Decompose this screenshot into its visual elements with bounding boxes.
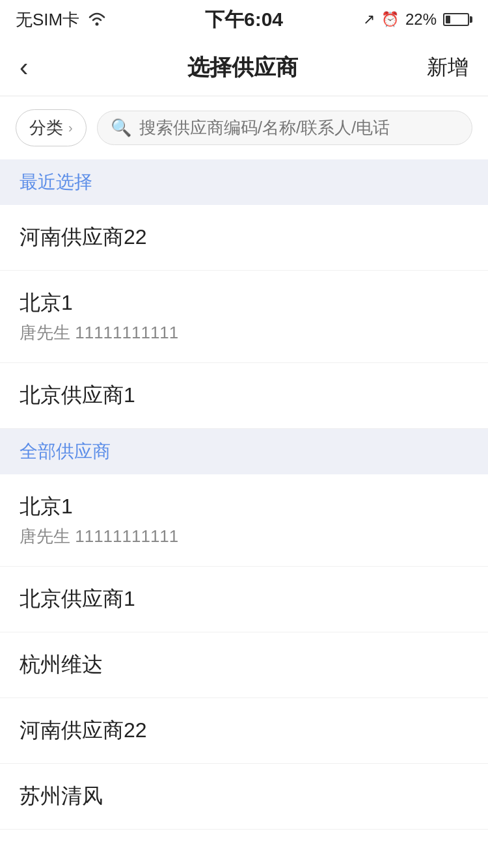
all-section-label: 全部供应商 — [20, 441, 111, 461]
list-item[interactable]: 北京供应商1 — [0, 363, 488, 429]
list-item[interactable]: 苏州清风 — [0, 764, 488, 830]
item-name: 河南供应商22 — [20, 223, 468, 252]
list-item[interactable]: 北京供应商1 — [0, 567, 488, 632]
search-input[interactable] — [139, 118, 459, 138]
recent-section-label: 最近选择 — [20, 172, 92, 192]
svg-point-0 — [96, 23, 99, 26]
item-detail: 唐先生 11111111111 — [20, 525, 468, 548]
list-item[interactable]: 杭州维达 — [0, 632, 488, 698]
recent-section-header: 最近选择 — [0, 159, 488, 205]
list-item[interactable]: 河南供应商22 — [0, 698, 488, 764]
category-label: 分类 — [29, 116, 63, 139]
location-icon: ↗ — [363, 11, 375, 28]
nav-bar: ‹ 选择供应商 新增 — [0, 39, 488, 96]
all-items-list: 北京1 唐先生 11111111111 北京供应商1 杭州维达 河南供应商22 … — [0, 474, 488, 830]
wifi-icon — [86, 12, 108, 27]
all-section-header: 全部供应商 — [0, 429, 488, 474]
list-item[interactable]: 北京1 唐先生 11111111111 — [0, 271, 488, 363]
alarm-icon: ⏰ — [381, 11, 399, 28]
item-detail: 唐先生 11111111111 — [20, 321, 468, 344]
recent-items-list: 河南供应商22 北京1 唐先生 11111111111 北京供应商1 — [0, 205, 488, 429]
item-name: 北京供应商1 — [20, 381, 468, 410]
new-action-button[interactable]: 新增 — [427, 53, 468, 82]
filter-bar: 分类 › 🔍 — [0, 96, 488, 159]
status-bar: 无SIM卡 下午6:04 ↗ ⏰ 22% — [0, 0, 488, 39]
list-item[interactable]: 北京1 唐先生 11111111111 — [0, 474, 488, 567]
item-name: 北京1 — [20, 493, 468, 521]
battery-icon — [443, 13, 472, 26]
item-name: 北京供应商1 — [20, 585, 468, 614]
status-carrier: 无SIM卡 — [16, 8, 108, 31]
search-box: 🔍 — [97, 111, 472, 145]
item-name: 河南供应商22 — [20, 716, 468, 745]
carrier-text: 无SIM卡 — [16, 8, 79, 31]
page-title: 选择供应商 — [187, 53, 298, 83]
battery-percent: 22% — [405, 10, 437, 29]
item-name: 杭州维达 — [20, 651, 468, 679]
chevron-right-icon: › — [68, 120, 73, 135]
status-time: 下午6:04 — [205, 7, 283, 33]
item-name: 苏州清风 — [20, 782, 468, 811]
list-item[interactable]: 河南供应商22 — [0, 205, 488, 271]
item-name: 北京1 — [20, 289, 468, 318]
status-indicators: ↗ ⏰ 22% — [363, 10, 472, 29]
search-icon: 🔍 — [111, 118, 131, 138]
category-filter-button[interactable]: 分类 › — [16, 109, 87, 146]
back-button[interactable]: ‹ — [20, 53, 59, 82]
